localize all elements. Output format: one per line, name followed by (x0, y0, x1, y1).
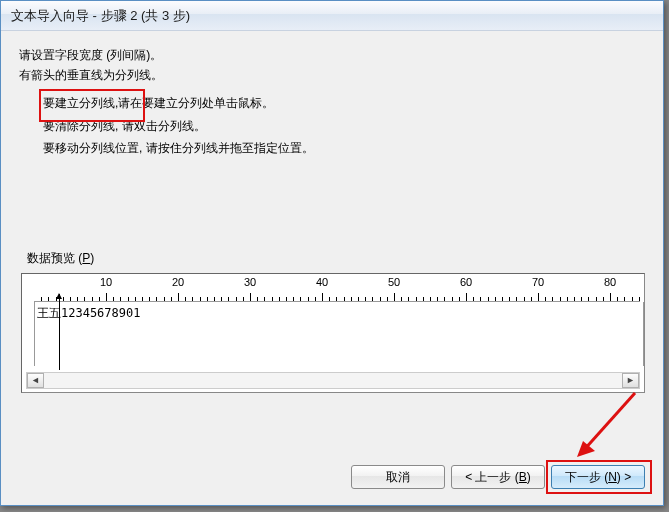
ruler-tick-minor (372, 297, 373, 301)
ruler-tick-minor (164, 297, 165, 301)
ruler-tick-minor (344, 297, 345, 301)
ruler-number: 70 (532, 276, 544, 288)
ruler-tick-minor (516, 297, 517, 301)
ruler-tick-minor (243, 297, 244, 301)
back-suffix: ) (527, 470, 531, 484)
ruler-tick-minor (41, 297, 42, 301)
ruler-tick-major (466, 293, 467, 301)
ruler-number: 40 (316, 276, 328, 288)
ruler-tick-minor (509, 297, 510, 301)
ruler-tick-minor (452, 297, 453, 301)
ruler-tick-minor (48, 297, 49, 301)
ruler-tick-minor (365, 297, 366, 301)
ruler-tick-minor (329, 297, 330, 301)
ruler-tick-minor (603, 297, 604, 301)
preview-label-prefix: 数据预览 ( (27, 251, 82, 265)
ruler-number: 20 (172, 276, 184, 288)
data-row: 王五12345678901 (34, 302, 644, 366)
ruler-tick-minor (120, 297, 121, 301)
instruction-line-2: 有箭头的垂直线为分列线。 (19, 65, 645, 85)
ruler-tick-minor (545, 297, 546, 301)
ruler-tick-minor (617, 297, 618, 301)
preview-label-suffix: ) (90, 251, 94, 265)
ruler-tick-minor (459, 297, 460, 301)
ruler-tick-minor (84, 297, 85, 301)
sub-instruction-1: 要建立分列线,请在要建立分列处单击鼠标。 (43, 92, 645, 115)
ruler-tick-minor (437, 297, 438, 301)
ruler-tick-minor (423, 297, 424, 301)
instruction-line-1: 请设置字段宽度 (列间隔)。 (19, 45, 645, 65)
ruler-tick-minor (300, 297, 301, 301)
cancel-button[interactable]: 取消 (351, 465, 445, 489)
horizontal-scrollbar[interactable]: ◄ ► (26, 372, 640, 389)
ruler-number: 60 (460, 276, 472, 288)
ruler-tick-minor (63, 297, 64, 301)
ruler-tick-minor (279, 297, 280, 301)
ruler-tick-minor (480, 297, 481, 301)
ruler-tick-minor (574, 297, 575, 301)
ruler-tick-minor (639, 297, 640, 301)
back-button[interactable]: < 上一步 (B) (451, 465, 545, 489)
ruler-tick-major (610, 293, 611, 301)
ruler-tick-minor (495, 297, 496, 301)
ruler-tick-minor (156, 297, 157, 301)
back-key: B (519, 470, 527, 484)
ruler-tick-minor (416, 297, 417, 301)
ruler-tick-minor (92, 297, 93, 301)
ruler-tick-major (106, 293, 107, 301)
ruler-tick-minor (293, 297, 294, 301)
ruler-tick-minor (221, 297, 222, 301)
ruler-tick-minor (77, 297, 78, 301)
ruler-tick-minor (185, 297, 186, 301)
ruler-tick-minor (567, 297, 568, 301)
scroll-left-arrow-icon[interactable]: ◄ (27, 373, 44, 388)
ruler-tick-minor (336, 297, 337, 301)
ruler-tick-minor (444, 297, 445, 301)
sub1b: 请在要建立分列处单击鼠标。 (118, 96, 274, 110)
ruler[interactable]: 1020304050607080 (34, 274, 640, 302)
ruler-tick-minor (149, 297, 150, 301)
scroll-track[interactable] (44, 373, 622, 388)
data-preview-section: 数据预览 (P) 1020304050607080 王五12345678901 … (19, 250, 645, 393)
ruler-number: 50 (388, 276, 400, 288)
ruler-tick-minor (502, 297, 503, 301)
text-import-wizard-dialog: 文本导入向导 - 步骤 2 (共 3 步) 请设置字段宽度 (列间隔)。 有箭头… (0, 0, 664, 506)
scroll-right-arrow-icon[interactable]: ► (622, 373, 639, 388)
ruler-tick-minor (286, 297, 287, 301)
svg-marker-1 (577, 441, 595, 457)
ruler-tick-minor (315, 297, 316, 301)
ruler-tick-minor (581, 297, 582, 301)
ruler-tick-minor (113, 297, 114, 301)
ruler-tick-major (394, 293, 395, 301)
ruler-tick-minor (408, 297, 409, 301)
button-row: 取消 < 上一步 (B) 下一步 (N) > (351, 465, 645, 489)
ruler-tick-minor (624, 297, 625, 301)
dialog-title: 文本导入向导 - 步骤 2 (共 3 步) (11, 7, 190, 25)
ruler-tick-major (178, 293, 179, 301)
sub-instruction-3: 要移动分列线位置, 请按住分列线并拖至指定位置。 (43, 137, 645, 160)
instructions: 请设置字段宽度 (列间隔)。 有箭头的垂直线为分列线。 要建立分列线,请在要建立… (19, 45, 645, 160)
sub-instruction-2: 要清除分列线, 请双击分列线。 (43, 115, 645, 138)
column-break-line[interactable] (59, 294, 60, 370)
ruler-tick-minor (387, 297, 388, 301)
ruler-tick-minor (308, 297, 309, 301)
ruler-number: 30 (244, 276, 256, 288)
ruler-tick-major (538, 293, 539, 301)
data-area[interactable]: 王五12345678901 (34, 302, 644, 372)
next-button[interactable]: 下一步 (N) > (551, 465, 645, 489)
ruler-tick-minor (473, 297, 474, 301)
ruler-tick-minor (264, 297, 265, 301)
ruler-tick-minor (142, 297, 143, 301)
ruler-tick-minor (401, 297, 402, 301)
ruler-tick-minor (128, 297, 129, 301)
titlebar: 文本导入向导 - 步骤 2 (共 3 步) (1, 1, 663, 31)
data-preview-box[interactable]: 1020304050607080 王五12345678901 ◄ ► (21, 273, 645, 393)
ruler-tick-minor (257, 297, 258, 301)
ruler-tick-minor (380, 297, 381, 301)
ruler-tick-minor (632, 297, 633, 301)
ruler-tick-minor (552, 297, 553, 301)
ruler-tick-minor (588, 297, 589, 301)
ruler-tick-minor (531, 297, 532, 301)
ruler-number: 10 (100, 276, 112, 288)
ruler-tick-minor (70, 297, 71, 301)
